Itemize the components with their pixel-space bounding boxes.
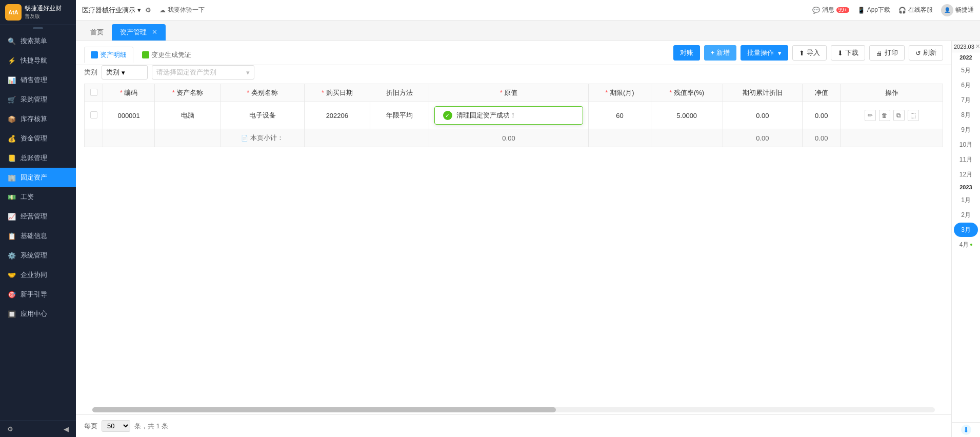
asset-table-wrap: 编码 资产名称 类别名称 购买日期 折旧方法 原值 期限(月) 残值率(%) 期… — [76, 84, 951, 405]
sidebar-item-payroll[interactable]: 💵 工资 — [0, 187, 76, 207]
basic-info-icon: 📋 — [7, 232, 16, 240]
calendar-month-6[interactable]: 6月 — [954, 78, 978, 92]
calendar-header-text: 2023.03 — [954, 44, 974, 50]
sidebar-item-ledger[interactable]: 📒 总账管理 — [0, 148, 76, 168]
user-avatar: 👤 — [941, 4, 953, 16]
company-selector[interactable]: 医疗器械行业演示 ▾ — [82, 6, 141, 15]
print-icon: 🖨 — [876, 49, 883, 57]
sidebar-item-system[interactable]: ⚙️ 系统管理 — [0, 246, 76, 265]
select-all-checkbox[interactable] — [90, 89, 97, 96]
sidebar-item-search[interactable]: 🔍 搜索菜单 — [0, 31, 76, 51]
asset-table: 编码 资产名称 类别名称 购买日期 折旧方法 原值 期限(月) 残值率(%) 期… — [84, 84, 943, 147]
calendar-month-10[interactable]: 10月 — [954, 137, 978, 152]
calendar-month-2023-1[interactable]: 1月 — [954, 193, 978, 207]
refresh-button[interactable]: ↺ 刷新 — [909, 45, 943, 61]
sidebar-bottom: ⚙ ◀ — [0, 421, 76, 437]
print-button[interactable]: 🖨 打印 — [869, 45, 905, 61]
category-type-select[interactable]: 类别 ▾ — [102, 65, 148, 80]
cell-depreciation-method: 年限平均 — [370, 102, 429, 129]
collapse-icon[interactable]: ◀ — [64, 425, 69, 433]
scrollbar-thumb[interactable] — [92, 407, 556, 412]
cell-period: 60 — [589, 102, 651, 129]
sidebar-item-purchase[interactable]: 🛒 采购管理 — [0, 90, 76, 109]
company-name: 医疗器械行业演示 — [82, 6, 135, 15]
sidebar-item-operations[interactable]: 📈 经营管理 — [0, 207, 76, 226]
col-actions: 操作 — [841, 84, 943, 102]
more-button[interactable]: ⬚ — [908, 110, 919, 121]
sidebar-logo: AtA 畅捷通好业财 普及版 — [0, 0, 76, 25]
calendar-year-2023: 2023 — [952, 182, 980, 192]
sidebar-item-sales[interactable]: 📊 销售管理 — [0, 70, 76, 90]
calendar-month-2023-2[interactable]: 2月 — [954, 208, 978, 222]
total-count-label: 条，共 1 条 — [134, 422, 168, 431]
calendar-body: 2022 5月 6月 7月 8月 9月 10月 11月 12月 2023 1月 … — [952, 52, 980, 422]
tab-close-icon[interactable]: ✕ — [152, 28, 157, 36]
col-period: 期限(月) — [589, 84, 651, 102]
select2-chevron-icon: ▾ — [246, 69, 250, 76]
sidebar-item-quick-nav[interactable]: ⚡ 快捷导航 — [0, 51, 76, 70]
subtotal-original-value: 0.00 — [429, 129, 588, 147]
app-center-icon: 🔲 — [7, 310, 16, 318]
sub-tab-asset-detail[interactable]: 资产明细 — [84, 47, 133, 63]
row-action-buttons: ✏ 🗑 ⧉ ⬚ — [846, 110, 937, 121]
app-download-button[interactable]: 📱 App下载 — [857, 6, 890, 14]
calendar-month-2023-4[interactable]: 4月 — [954, 237, 978, 252]
sidebar-item-app-center[interactable]: 🔲 应用中心 — [0, 304, 76, 324]
online-service-button[interactable]: 🎧 在线客服 — [898, 6, 933, 14]
app-download-icon: 📱 — [857, 7, 865, 14]
sidebar-item-fixed-assets[interactable]: 🏢 固定资产 — [0, 168, 76, 187]
reconcile-button[interactable]: 对账 — [673, 45, 700, 61]
message-icon: 💬 — [812, 7, 820, 14]
calendar-down-button[interactable]: ⬇ — [961, 425, 971, 435]
feedback-button[interactable]: ☁ 我要体验一下 — [159, 6, 205, 14]
calendar-month-5[interactable]: 5月 — [954, 63, 978, 77]
app-logo-icon: AtA — [5, 4, 22, 21]
calendar-month-12[interactable]: 12月 — [954, 167, 978, 182]
user-profile[interactable]: 👤 畅捷通 — [941, 4, 974, 16]
calendar-month-11[interactable]: 11月 — [954, 152, 978, 167]
delete-button[interactable]: 🗑 — [879, 110, 890, 121]
calendar-month-9[interactable]: 9月 — [954, 123, 978, 137]
copy-button[interactable]: ⧉ — [893, 110, 905, 121]
new-button[interactable]: + 新增 — [704, 45, 736, 61]
calendar-month-8[interactable]: 8月 — [954, 108, 978, 122]
success-toast: ✓ 清理固定资产成功！ — [434, 106, 583, 125]
tab-home[interactable]: 首页 — [82, 24, 112, 41]
company-dropdown-icon: ▾ — [137, 6, 141, 14]
horizontal-scrollbar[interactable] — [92, 407, 935, 412]
asset-detail-tab-icon — [91, 51, 98, 58]
row-checkbox[interactable] — [90, 111, 97, 118]
topbar-right: 💬 消息 99+ 📱 App下载 🎧 在线客服 👤 畅捷通 — [812, 4, 974, 16]
select-all-header[interactable] — [85, 84, 103, 102]
sidebar-item-guide[interactable]: 🎯 新手引导 — [0, 285, 76, 304]
sub-tab-change-voucher[interactable]: 变更生成凭证 — [135, 47, 198, 63]
per-page-select[interactable]: 50 100 200 — [102, 420, 130, 432]
cell-name: 电脑 — [155, 102, 221, 129]
messages-button[interactable]: 💬 消息 99+ — [812, 6, 849, 14]
tab-asset-mgmt[interactable]: 资产管理 ✕ — [112, 24, 166, 41]
topbar: 医疗器械行业演示 ▾ ⚙ ☁ 我要体验一下 💬 消息 99+ 📱 App下载 🎧… — [76, 0, 980, 21]
cell-category: 电子设备 — [221, 102, 304, 129]
batch-button[interactable]: 批量操作 ▾ — [741, 45, 788, 61]
edit-button[interactable]: ✏ — [865, 110, 876, 121]
inventory-icon: 📦 — [7, 115, 16, 123]
import-button[interactable]: ⬆ 导入 — [792, 45, 827, 61]
calendar-month-7[interactable]: 7月 — [954, 93, 978, 107]
col-net-value: 净值 — [803, 84, 841, 102]
calendar-month-2023-3[interactable]: 3月 — [954, 223, 978, 237]
sidebar: AtA 畅捷通好业财 普及版 🔍 搜索菜单 ⚡ 快捷导航 📊 销售管理 🛒 采购… — [0, 0, 76, 437]
calendar-close-button[interactable]: ✕ — [974, 43, 980, 50]
cell-original-value: ✓ 清理固定资产成功！ — [429, 102, 588, 129]
sidebar-item-basic-info[interactable]: 📋 基础信息 — [0, 226, 76, 246]
download-button[interactable]: ⬇ 下载 — [831, 45, 865, 61]
settings-gear-icon[interactable]: ⚙ — [145, 6, 151, 14]
category-value-select[interactable]: 请选择固定资产类别 ▾ — [152, 65, 254, 80]
message-badge: 99+ — [836, 7, 849, 13]
sub-tabs: 资产明细 变更生成凭证 对账 + 新增 批量操作 ▾ ⬆ 导入 — [76, 41, 951, 65]
sidebar-item-inventory[interactable]: 📦 库存核算 — [0, 109, 76, 129]
sidebar-item-finance[interactable]: 💰 资金管理 — [0, 129, 76, 148]
settings-icon[interactable]: ⚙ — [7, 425, 13, 433]
row-checkbox-cell[interactable] — [85, 102, 103, 129]
sidebar-item-enterprise[interactable]: 🤝 企业协同 — [0, 265, 76, 285]
guide-icon: 🎯 — [7, 291, 16, 299]
